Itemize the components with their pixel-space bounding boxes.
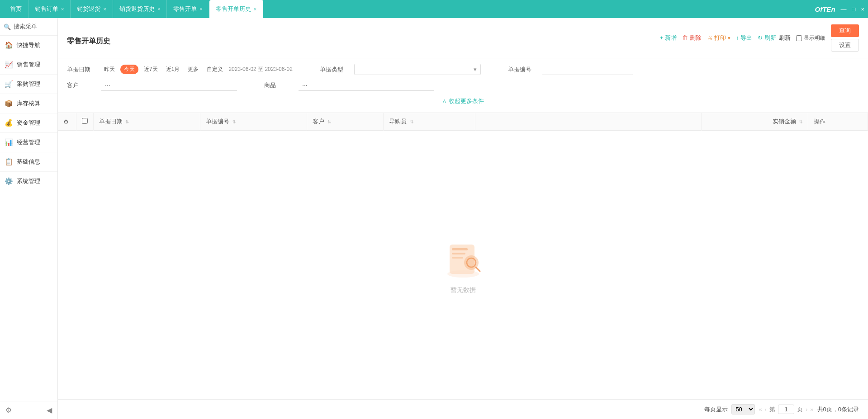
add-button-label: + 新增 (660, 34, 677, 42)
sidebar-item-quick-nav-label: 快捷导航 (17, 41, 40, 49)
sidebar-item-purchase-mgmt[interactable]: 🛒 采购管理 (0, 75, 57, 94)
product-label: 商品 (264, 81, 289, 89)
chart-icon: 📈 (5, 61, 13, 69)
sidebar-item-sales-mgmt[interactable]: 📈 销售管理 (0, 55, 57, 75)
print-button[interactable]: 🖨 打印 ▾ (707, 34, 731, 42)
date-btn-more[interactable]: 更多 (185, 65, 201, 74)
collapse-more-btn[interactable]: ∧ 收起更多条件 (67, 95, 859, 107)
query-button[interactable]: 查询 (831, 24, 859, 37)
tab-sales-order-close[interactable]: × (61, 6, 64, 12)
per-page-label: 每页显示 (704, 405, 728, 414)
date-btn-today[interactable]: 今天 (120, 65, 138, 74)
sidebar-item-inventory[interactable]: 📦 库存核算 (0, 94, 57, 113)
next-page-btn[interactable]: › (806, 406, 807, 413)
col-date[interactable]: 单据日期 ⇅ (93, 113, 200, 131)
brand-text: OfTEn (815, 5, 835, 13)
show-detail-checkbox[interactable] (796, 35, 802, 41)
toolbar: + 新增 🗑 删除 🖨 打印 ▾ ↑ 导出 ↻ 刷新 刷新 (660, 24, 859, 58)
sidebar-item-finance[interactable]: 💰 资金管理 (0, 113, 57, 133)
sort-salesperson-icon: ⇅ (410, 119, 413, 124)
col-no[interactable]: 单据编号 ⇅ (200, 113, 307, 131)
tab-sales-return-history-close[interactable]: × (157, 6, 160, 12)
chevron-down-icon: ▾ (474, 66, 477, 73)
first-page-btn[interactable]: « (759, 406, 762, 413)
sidebar-item-operations-label: 经营管理 (17, 138, 40, 146)
setting-button[interactable]: 设置 (831, 39, 859, 52)
sidebar-item-operations[interactable]: 📊 经营管理 (0, 133, 57, 152)
col-date-label: 单据日期 (99, 118, 123, 125)
data-table: ⚙ 单据日期 ⇅ 单据编号 ⇅ (58, 113, 868, 131)
select-all-checkbox[interactable] (82, 118, 88, 124)
tab-retail-open-history[interactable]: 零售开单历史 × (209, 0, 263, 18)
col-customer[interactable]: 客户 ⇅ (307, 113, 384, 131)
sidebar-bottom: ⚙ ◀ (0, 401, 57, 419)
page-label: 第 (769, 405, 775, 414)
svg-rect-4 (452, 257, 463, 259)
show-detail-label: 显示明细 (804, 34, 825, 42)
date-btn-custom[interactable]: 自定义 (204, 65, 226, 74)
order-type-label: 单据类型 (320, 66, 345, 74)
sidebar-item-basic-info-label: 基础信息 (17, 158, 40, 166)
sidebar-search-label: 搜索采单 (14, 23, 37, 31)
close-window-button[interactable]: × (861, 6, 864, 13)
tab-sales-order[interactable]: 销售订单 × (28, 0, 71, 18)
sidebar-search[interactable]: 🔍 搜索采单 (0, 18, 57, 36)
maximize-button[interactable]: □ (852, 6, 856, 13)
per-page-select[interactable]: 50 10 20 100 (731, 404, 755, 414)
empty-state: 暂无数据 (58, 131, 868, 399)
sort-customer-icon: ⇅ (327, 119, 331, 124)
sidebar-item-sales-mgmt-label: 销售管理 (17, 61, 40, 69)
col-gear[interactable]: ⚙ (58, 113, 76, 131)
sidebar-item-system[interactable]: ⚙️ 系统管理 (0, 172, 57, 191)
order-no-input[interactable] (542, 64, 633, 75)
last-page-btn[interactable]: » (810, 406, 813, 413)
date-btn-yesterday[interactable]: 昨天 (101, 65, 118, 74)
filter-area: 单据日期 昨天 今天 近7天 近1月 更多 自定义 2023-06-02 至 2… (58, 58, 868, 113)
tab-retail-open-close[interactable]: × (199, 6, 202, 12)
refresh-button-label: ↻ 刷新 (758, 34, 776, 42)
sidebar-item-inventory-label: 库存核算 (17, 99, 40, 108)
refresh-button[interactable]: ↻ 刷新 刷新 (758, 34, 791, 42)
export-button[interactable]: ↑ 导出 (736, 34, 752, 42)
pagination: 每页显示 50 10 20 100 « ‹ 第 页 › » 共0页，0条记录 (58, 399, 868, 419)
delete-button[interactable]: 🗑 删除 (682, 34, 702, 42)
tab-retail-open-history-close[interactable]: × (254, 6, 256, 12)
show-detail-checkbox-label[interactable]: 显示明细 (796, 34, 825, 42)
col-salesperson-label: 导购员 (389, 118, 407, 125)
page-header: 零售开单历史 + 新增 🗑 删除 🖨 打印 ▾ ↑ 导出 ↻ 刷新 刷新 (58, 18, 868, 58)
order-type-select[interactable]: ▾ (354, 64, 481, 75)
sidebar-item-quick-nav[interactable]: 🏠 快捷导航 (0, 36, 57, 55)
customer-input[interactable] (101, 80, 237, 91)
sidebar-item-finance-label: 资金管理 (17, 119, 40, 127)
sidebar-item-system-label: 系统管理 (17, 177, 40, 185)
sort-date-icon: ⇅ (125, 119, 129, 124)
tab-home[interactable]: 首页 (4, 0, 28, 18)
date-btn-7days[interactable]: 近7天 (141, 65, 161, 74)
gear2-icon: ⚙️ (5, 177, 13, 185)
tab-sales-return[interactable]: 销货退货 × (71, 0, 113, 18)
col-checkbox[interactable] (76, 113, 93, 131)
tab-sales-return-close[interactable]: × (103, 6, 106, 12)
minimize-button[interactable]: — (841, 6, 847, 13)
col-salesperson[interactable]: 导购员 ⇅ (384, 113, 475, 131)
col-amount[interactable]: 实销金额 ⇅ (702, 113, 808, 131)
box-icon: 📦 (5, 99, 13, 108)
add-button[interactable]: + 新增 (660, 34, 677, 42)
sidebar-collapse-icon[interactable]: ◀ (47, 406, 52, 414)
toolbar-action-buttons: 查询 设置 (831, 24, 859, 52)
col-customer-label: 客户 (313, 118, 324, 125)
top-nav-right: OfTEn — □ × (815, 5, 864, 13)
date-btn-1month[interactable]: 近1月 (163, 65, 183, 74)
page-input[interactable] (778, 405, 794, 414)
tab-sales-return-history[interactable]: 销货退货历史 × (113, 0, 167, 18)
prev-page-btn[interactable]: ‹ (765, 406, 767, 413)
sidebar-gear-icon[interactable]: ⚙ (5, 406, 12, 414)
table-gear-icon[interactable]: ⚙ (63, 118, 69, 125)
product-input[interactable] (299, 80, 434, 91)
content-area: 零售开单历史 + 新增 🗑 删除 🖨 打印 ▾ ↑ 导出 ↻ 刷新 刷新 (58, 18, 868, 419)
tab-retail-open[interactable]: 零售开单 × (167, 0, 209, 18)
col-action-label: 操作 (814, 118, 825, 125)
tab-sales-return-history-label: 销货退货历史 (119, 5, 155, 13)
svg-rect-3 (452, 253, 465, 254)
sidebar-item-basic-info[interactable]: 📋 基础信息 (0, 152, 57, 172)
